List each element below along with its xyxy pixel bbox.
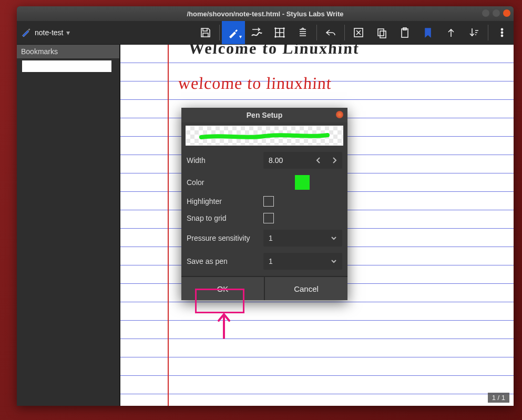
saveas-value: 1 bbox=[263, 257, 325, 265]
highlighter-row: Highlighter bbox=[181, 193, 347, 210]
page-thumbnail[interactable] bbox=[22, 60, 111, 72]
separator bbox=[219, 25, 220, 40]
handwriting-black: Welcome to Linuxhint bbox=[188, 45, 360, 57]
close-button[interactable] bbox=[503, 9, 510, 17]
pressure-select[interactable]: 1 bbox=[263, 230, 342, 247]
dialog-title: Pen Setup bbox=[181, 108, 347, 122]
erase-box-button[interactable] bbox=[347, 21, 370, 44]
color-label: Color bbox=[187, 178, 291, 187]
pressure-value: 1 bbox=[263, 234, 325, 242]
highlighter-checkbox[interactable] bbox=[263, 196, 274, 207]
pen-setup-dialog: Pen Setup Width 8.00 Color Highlighter S… bbox=[181, 108, 347, 300]
width-decrease[interactable] bbox=[311, 152, 326, 169]
snap-label: Snap to grid bbox=[187, 214, 259, 222]
dialog-close-button[interactable] bbox=[336, 111, 343, 118]
width-value: 8.00 bbox=[263, 156, 311, 165]
separator bbox=[488, 25, 488, 40]
svg-point-10 bbox=[501, 28, 503, 30]
tab-label: note-test bbox=[35, 28, 63, 37]
snap-row: Snap to grid bbox=[181, 210, 347, 227]
bookmarks-list bbox=[17, 58, 119, 406]
saveas-row: Save as pen 1 bbox=[181, 250, 347, 273]
copy-button[interactable] bbox=[370, 21, 393, 44]
document-tab[interactable]: note-test ▾ bbox=[17, 27, 77, 39]
pen-tab-icon bbox=[21, 27, 32, 39]
grid-tool-button[interactable] bbox=[268, 21, 291, 44]
svg-point-12 bbox=[501, 35, 503, 36]
undo-button[interactable] bbox=[319, 21, 342, 44]
toolbar: note-test ▾ ▾ bbox=[17, 21, 514, 45]
svg-point-1 bbox=[275, 28, 276, 29]
chevron-down-icon bbox=[325, 230, 342, 247]
pressure-row: Pressure sensitivity 1 bbox=[181, 227, 347, 250]
stroke-tool-button[interactable] bbox=[245, 21, 268, 44]
overflow-menu-button[interactable] bbox=[490, 21, 514, 44]
color-swatch[interactable] bbox=[295, 175, 310, 190]
ok-button[interactable]: OK bbox=[181, 277, 264, 300]
color-row: Color bbox=[181, 172, 347, 193]
save-button[interactable] bbox=[194, 21, 217, 44]
dialog-buttons: OK Cancel bbox=[181, 276, 347, 300]
pen-preview bbox=[186, 126, 343, 146]
width-increase[interactable] bbox=[326, 152, 342, 169]
minimize-button[interactable] bbox=[482, 9, 489, 17]
cancel-button[interactable]: Cancel bbox=[264, 277, 347, 300]
up-button[interactable] bbox=[439, 21, 463, 44]
sidebar: Bookmarks bbox=[17, 45, 120, 406]
maximize-button[interactable] bbox=[493, 9, 500, 17]
svg-rect-6 bbox=[378, 29, 384, 36]
clipboard-button[interactable] bbox=[393, 21, 416, 44]
align-tool-button[interactable] bbox=[291, 21, 314, 44]
svg-rect-7 bbox=[380, 31, 386, 38]
pen-tool-button[interactable]: ▾ bbox=[222, 21, 245, 44]
width-row: Width 8.00 bbox=[181, 149, 347, 172]
snap-checkbox[interactable] bbox=[263, 213, 274, 223]
svg-point-4 bbox=[283, 36, 284, 37]
window-controls bbox=[482, 9, 510, 17]
width-field[interactable]: 8.00 bbox=[263, 152, 342, 169]
toolbar-actions: ▾ bbox=[194, 21, 514, 44]
window-title: /home/shovon/note-test.html - Stylus Lab… bbox=[187, 10, 343, 18]
chevron-down-icon bbox=[325, 253, 342, 270]
margin-line bbox=[168, 45, 169, 406]
saveas-label: Save as pen bbox=[187, 257, 259, 265]
page-indicator: 1 / 1 bbox=[488, 393, 509, 403]
separator bbox=[344, 25, 345, 40]
down-sort-button[interactable] bbox=[463, 21, 486, 44]
saveas-select[interactable]: 1 bbox=[263, 253, 342, 270]
handwriting-red: welcome to linuxhint bbox=[178, 74, 333, 93]
sidebar-heading: Bookmarks bbox=[17, 45, 119, 58]
svg-point-3 bbox=[275, 36, 276, 37]
width-label: Width bbox=[187, 156, 259, 165]
bookmark-button[interactable] bbox=[416, 21, 439, 44]
pressure-label: Pressure sensitivity bbox=[187, 234, 259, 242]
highlighter-label: Highlighter bbox=[187, 197, 259, 206]
separator bbox=[316, 25, 317, 40]
tab-dropdown-icon[interactable]: ▾ bbox=[66, 28, 70, 37]
svg-point-2 bbox=[283, 28, 284, 29]
svg-point-11 bbox=[501, 32, 503, 33]
titlebar: /home/shovon/note-test.html - Stylus Lab… bbox=[17, 6, 514, 21]
dialog-title-text: Pen Setup bbox=[247, 111, 282, 119]
